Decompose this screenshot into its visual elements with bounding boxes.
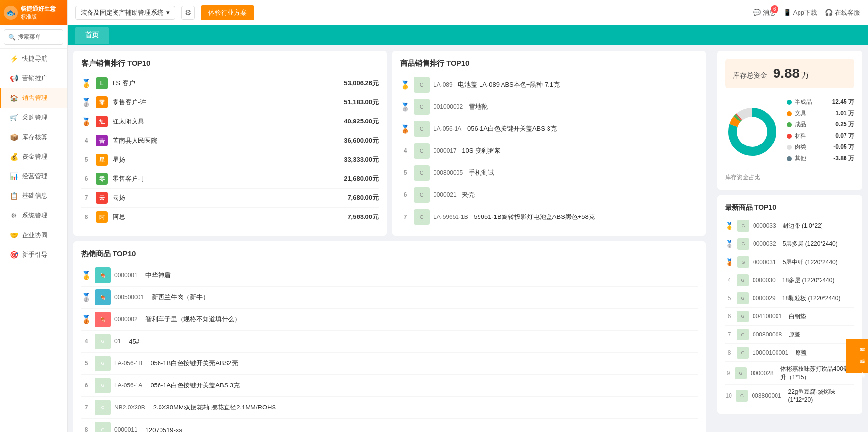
sidebar-item-purchase[interactable]: 🛒 采购管理: [0, 108, 67, 127]
customer-avatar: 零: [96, 173, 108, 185]
product-image: G: [95, 422, 111, 432]
customer-name: 红太阳文具: [113, 117, 339, 126]
customer-rank-item: 🥈 零 零售客户-许 51,183.00元: [81, 93, 379, 112]
system-icon: ⚙: [9, 211, 18, 220]
customer-name: 零售客户-于: [113, 174, 339, 183]
sidebar-item-marketing[interactable]: 📢 营销推广: [0, 69, 67, 88]
new-product-item: 5 G 0000029 18颗粒板 (1220*2440): [725, 289, 854, 308]
customer-name: LS 客户: [113, 79, 339, 88]
np-image: G: [737, 347, 749, 359]
product-info: 001000002 雪地靴: [434, 102, 698, 111]
customer-avatar: 阿: [96, 211, 108, 223]
hot-product-item: 6 G LA-056-1A 056-1A白色按键开关盖ABS 3克: [81, 375, 698, 397]
customer-name: 零售客户-许: [113, 98, 339, 107]
rank-number: 4: [81, 338, 91, 345]
left-column: 客户销售排行 TOP10 🥇 L LS 客户 53,006.26元 🥈 零 零售…: [68, 45, 711, 432]
sidebar-item-quick[interactable]: ⚡ 快捷导航: [0, 49, 67, 69]
rank-number: 8: [81, 214, 91, 220]
rank-number: 9: [725, 370, 731, 377]
product-code: 000500001: [114, 294, 144, 301]
product-code: 0000011: [114, 426, 137, 432]
product-ranking-title: 商品销售排行 TOP10: [400, 59, 698, 68]
product-rank-item: 6 G 0000021 夹壳: [400, 184, 698, 206]
product-info: LA-59651-1B 59651-1B旋转投影灯电池盒ABS黑色+58克: [434, 213, 698, 221]
sidebar-item-operation[interactable]: 📊 经营管理: [0, 167, 67, 186]
product-name: 电池盖 LA-089 ABS本色+黑种 7.1克: [458, 81, 560, 88]
search-menu-button[interactable]: 🔍 搜索菜单: [4, 29, 63, 45]
message-button[interactable]: 💬 消息 6: [753, 8, 776, 17]
product-code: 000800005: [434, 169, 463, 176]
rank-number: 4: [81, 137, 91, 144]
customer-rank-item: 5 星 星扬 33,333.00元: [81, 150, 379, 169]
sidebar-search[interactable]: 🔍 搜索菜单: [0, 25, 67, 49]
sidebar-item-guide[interactable]: 🎯 新手引导: [0, 245, 67, 264]
product-image: 🍖: [95, 289, 111, 305]
sidebar-item-inventory[interactable]: 📦 库存核算: [0, 127, 67, 147]
legend-dot: [787, 122, 792, 127]
message-icon: 💬: [753, 9, 761, 16]
hot-product-name: 2.0X30MM双摆花轴.摆花直径2.1MM/ROHS: [153, 403, 276, 412]
hot-product-item: 🥉 🍖 0000002 智利车子里（规格不知道填什么）: [81, 309, 698, 331]
customer-value: 36,600.00元: [344, 136, 379, 145]
np-code: 004100001: [753, 313, 782, 320]
legend-item: 其他 -3.86 万: [787, 154, 854, 163]
hot-product-name: 056-1A白色按键开关盖ABS 3克: [150, 381, 240, 390]
customer-ranking-card: 客户销售排行 TOP10 🥇 L LS 客户 53,006.26元 🥈 零 零售…: [73, 51, 387, 236]
sidebar-item-system[interactable]: ⚙ 系统管理: [0, 206, 67, 225]
product-image: G: [95, 400, 111, 415]
right-column: 库存总资金 9.88 万: [711, 45, 868, 432]
sidebar-logo: 🐟 畅捷通好生意 标准版: [0, 0, 67, 25]
gear-button[interactable]: ⚙: [181, 6, 195, 20]
legend-dot: [787, 134, 792, 139]
main-area: 装备及固定资产辅助管理系统 ▾ ⚙ 体验行业方案 💬 消息 6 📱 App下载 …: [68, 0, 868, 432]
finance-icon: 💰: [9, 152, 18, 161]
donut-chart-container: 半成品 12.45 万 文具 1.01 万 成品 0.25 万 材料 0.07 …: [725, 94, 854, 169]
product-rank-item: 🥈 G 001000002 雪地靴: [400, 96, 698, 118]
medal-icon: 🥉: [725, 258, 733, 266]
legend-dot: [787, 145, 792, 150]
header: 装备及固定资产辅助管理系统 ▾ ⚙ 体验行业方案 💬 消息 6 📱 App下载 …: [68, 0, 868, 25]
product-code: 0000001: [114, 272, 137, 279]
hot-product-name: 智利车子里（规格不知道填什么）: [145, 315, 241, 324]
system-name: 装备及固定资产辅助管理系统: [81, 8, 163, 17]
medal-icon: 🥇: [81, 79, 91, 88]
product-name: 雪地靴: [469, 103, 488, 110]
online-service-button[interactable]: 🎧 在线客服: [825, 8, 860, 17]
sidebar-item-sales[interactable]: 🏠 销售管理: [0, 88, 67, 108]
np-image: G: [737, 256, 749, 268]
customer-value: 7,680.00元: [347, 193, 379, 202]
np-image: G: [737, 238, 749, 250]
medal-icon: 🥈: [81, 98, 91, 107]
trial-button[interactable]: 体验行业方案: [201, 5, 254, 20]
medal-icon: 🥈: [400, 102, 410, 112]
tab-bar: 首页: [68, 25, 868, 45]
float-button[interactable]: 服务社区: [846, 351, 868, 363]
product-code: 0000021: [434, 192, 457, 198]
product-image: G: [95, 378, 111, 393]
float-button[interactable]: 客服热线: [846, 339, 868, 351]
customer-name: 苦南县人民医院: [113, 136, 339, 145]
sidebar-item-basic[interactable]: 📋 基础信息: [0, 186, 67, 206]
svg-point-5: [737, 117, 767, 146]
sidebar-item-finance[interactable]: 💰 资金管理: [0, 147, 67, 167]
sidebar-nav: ⚡ 快捷导航 📢 营销推广 🏠 销售管理 🛒 采购管理 📦 库存核算 💰 资金管…: [0, 49, 67, 432]
np-image: G: [736, 390, 748, 402]
marketing-icon: 📢: [9, 74, 18, 83]
app-download-button[interactable]: 📱 App下载: [783, 8, 817, 17]
basic-icon: 📋: [9, 192, 18, 200]
customer-avatar: 苦: [96, 135, 108, 146]
np-name: 白钢垫: [789, 312, 806, 321]
float-button[interactable]: 直播: [846, 363, 868, 373]
system-selector[interactable]: 装备及固定资产辅助管理系统 ▾: [75, 6, 175, 20]
product-name: 手机测试: [469, 169, 494, 176]
sidebar-item-coop[interactable]: 🤝 企业协同: [0, 225, 67, 245]
product-rank-item: 7 G LA-59651-1B 59651-1B旋转投影灯电池盒ABS黑色+58…: [400, 206, 698, 228]
legend-item: 成品 0.25 万: [787, 120, 854, 129]
new-product-item: 🥉 G 0000031 5层中纤 (1220*2440): [725, 253, 854, 271]
product-rank-item: 🥉 G LA-056-1A 056-1A白色按键开关盖ABS 3克: [400, 118, 698, 140]
customer-rank-item: 6 零 零售客户-于 21,680.00元: [81, 169, 379, 189]
customer-name: 阿总: [113, 213, 343, 221]
tab-home[interactable]: 首页: [75, 27, 109, 44]
search-menu-label: 搜索菜单: [18, 33, 41, 41]
hot-products-card: 热销商品 TOP10 🥇 🍖 0000001 中华神盾 🥈 🍖 00050000…: [73, 241, 706, 432]
